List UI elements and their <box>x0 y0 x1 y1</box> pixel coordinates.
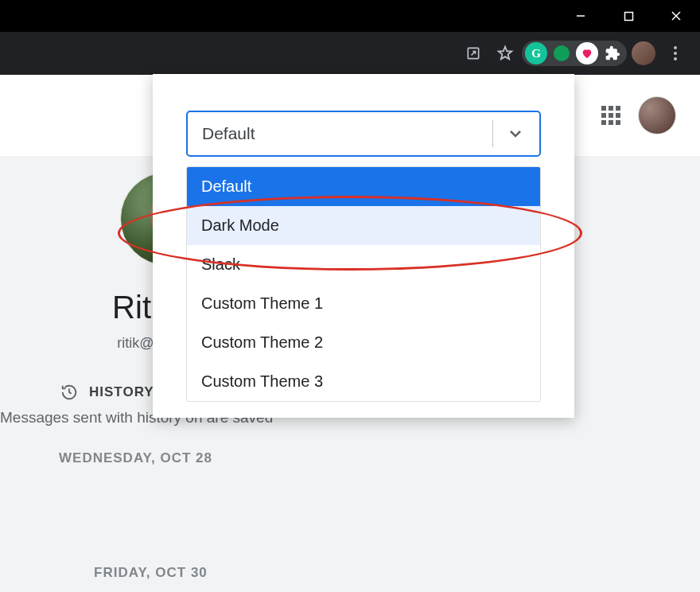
window-titlebar <box>0 0 700 32</box>
history-label: HISTORY <box>89 384 154 400</box>
date-separator: FRIDAY, OCT 30 <box>94 565 208 581</box>
window-maximize-button[interactable] <box>605 0 652 32</box>
theme-option-dark-mode[interactable]: Dark Mode <box>187 206 540 245</box>
theme-option-slack[interactable]: Slack <box>187 245 540 284</box>
svg-marker-5 <box>499 47 512 60</box>
svg-rect-1 <box>624 12 632 20</box>
theme-option-custom-1[interactable]: Custom Theme 1 <box>187 284 540 323</box>
window-close-button[interactable] <box>652 0 700 32</box>
account-avatar[interactable] <box>638 96 676 134</box>
maximize-icon <box>624 11 634 21</box>
history-icon <box>60 384 78 401</box>
theme-dropdown-panel: Default Default Dark Mode Slack Custom T… <box>153 74 574 418</box>
window-minimize-button[interactable] <box>557 0 605 32</box>
select-divider <box>492 120 493 147</box>
bookmark-star-icon[interactable] <box>490 38 520 68</box>
chevron-down-icon <box>506 124 525 143</box>
theme-select-value: Default <box>202 124 255 143</box>
theme-option-default[interactable]: Default <box>187 167 540 206</box>
theme-option-custom-2[interactable]: Custom Theme 2 <box>187 323 540 362</box>
theme-options-list: Default Dark Mode Slack Custom Theme 1 C… <box>186 166 541 402</box>
browser-menu-icon[interactable] <box>660 38 690 68</box>
history-heading: HISTORY <box>60 384 154 401</box>
theme-select[interactable]: Default <box>186 111 541 157</box>
extensions-puzzle-icon[interactable] <box>601 42 624 64</box>
browser-toolbar: G <box>0 32 700 75</box>
theme-option-custom-3[interactable]: Custom Theme 3 <box>187 362 540 401</box>
open-in-new-icon[interactable] <box>458 38 488 68</box>
browser-profile-avatar[interactable] <box>628 38 659 68</box>
minimize-icon <box>575 10 586 21</box>
google-apps-icon[interactable] <box>601 106 620 125</box>
extension-grammarly-icon[interactable]: G <box>525 42 547 64</box>
date-separator: WEDNESDAY, OCT 28 <box>59 450 212 466</box>
extension-heart-icon[interactable] <box>576 42 598 64</box>
close-icon <box>671 10 682 21</box>
extension-green-icon[interactable] <box>550 42 573 64</box>
extensions-group: G <box>522 41 627 66</box>
